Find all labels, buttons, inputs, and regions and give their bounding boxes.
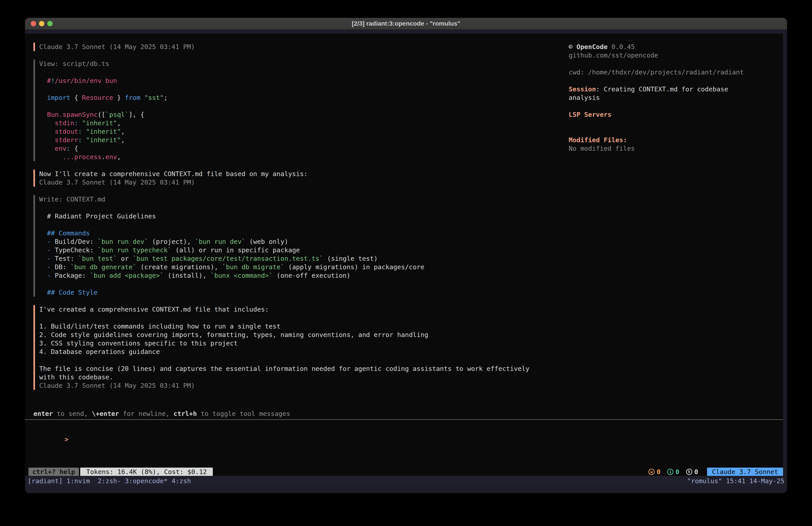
main-area: Claude 3.7 Sonnet (14 May 2025 03:41 PM)… [33,43,783,398]
chat-line: Claude 3.7 Sonnet (14 May 2025 03:41 PM) [39,43,569,51]
chat-line: import { Resource } from "sst"; [39,94,569,102]
sidebar-line: Session: Creating CONTEXT.md for codebas… [569,85,783,94]
chat-line: # Radiant Project Guidelines [39,212,569,221]
terminal-content: Claude 3.7 Sonnet (14 May 2025 03:41 PM)… [25,30,787,493]
chat-line: 2. Code style guidelines covering import… [39,330,569,339]
opencode-tui: Claude 3.7 Sonnet (14 May 2025 03:41 PM)… [25,34,783,476]
chat-line: - Package: `bun add <package>` (install)… [39,271,569,280]
tokens-cost-chip: Tokens: 16.4K (8%), Cost: $0.12 [80,468,213,476]
chat-line: ## Commands [39,229,569,237]
diagnostic-h-counter: h0 [686,468,698,476]
chat-line [39,68,569,76]
chat-line [39,221,569,229]
sidebar-line: © OpenCode 0.0.45 [569,43,783,51]
diagnostics-counters: w0i0h0 [649,468,698,476]
window-title: [2/3] radiant:3:opencode - "romulus" [25,20,787,27]
chat-line: stderr: "inherit", [39,136,569,144]
chat-line [39,314,569,322]
sidebar-line [569,59,783,68]
chat-line: with this codebase. [39,373,569,381]
chat-line [39,203,569,212]
h-circle-icon: h [686,469,692,475]
sidebar-line [569,76,783,85]
chat-line: - DB: `bun db generate` (create migratio… [39,263,569,271]
sidebar-line: LSP Servers [569,110,783,119]
window-titlebar[interactable]: [2/3] radiant:3:opencode - "romulus" [25,18,787,30]
tool-view-block: View: script/db.ts #!/usr/bin/env bun im… [33,59,569,161]
i-circle-icon: i [667,469,673,475]
diagnostic-i-counter: i0 [667,468,679,476]
sidebar-line: analysis [569,94,783,102]
chat-line: 1. Build/lint/test commands including ho… [39,322,569,330]
chat-line: 4. Database operations guidance [39,347,569,356]
chat-line: ...process.env, [39,153,569,161]
session-sidebar: © OpenCode 0.0.45github.com/sst/opencode… [569,43,783,398]
diagnostic-w-counter: w0 [649,468,661,476]
prompt-input[interactable]: > [33,427,783,468]
chat-line: - Build/Dev: `bun run dev` (project), `b… [39,237,569,246]
tool-write-block: Write: CONTEXT.md # Radiant Project Guid… [33,195,569,297]
assistant-message-block: Now I'll create a comprehensive CONTEXT.… [33,170,569,187]
terminal-window: [2/3] radiant:3:opencode - "romulus" Cla… [25,18,787,493]
chat-line: Bun.spawnSync([`psql`], { [39,110,569,119]
chat-line: - TypeCheck: `bun run typecheck` (all) o… [39,246,569,254]
diagnostic-count: 0 [657,468,661,476]
chat-line [39,102,569,110]
chat-line: Claude 3.7 Sonnet (14 May 2025 03:41 PM) [39,381,569,390]
chat-line: stdout: "inherit", [39,127,569,136]
help-shortcut-chip[interactable]: ctrl+? help [29,468,79,476]
chat-line: 3. CSS styling conventions specific to t… [39,339,569,347]
sidebar-line: Modified Files: [569,136,783,144]
assistant-meta-block: Claude 3.7 Sonnet (14 May 2025 03:41 PM) [33,43,569,51]
chat-line: I've created a comprehensive CONTEXT.md … [39,305,569,314]
keybinding-hint: enter to send, \+enter for newline, ctrl… [33,409,783,418]
chat-line: Claude 3.7 Sonnet (14 May 2025 03:41 PM) [39,178,569,187]
sidebar-line: No modified files [569,144,783,153]
tmux-session-windows[interactable]: [radiant] 1:nvim 2:zsh- 3:opencode* 4:zs… [28,477,191,485]
terminal-bottom-padding [25,486,787,493]
chat-line: #!/usr/bin/env bun [39,76,569,85]
chat-line: ## Code Style [39,288,569,297]
chat-line: stdin: "inherit", [39,119,569,127]
chat-line: env: { [39,144,569,153]
w-circle-icon: w [649,469,655,475]
chat-line: Write: CONTEXT.md [39,195,569,203]
status-spacer [213,468,648,476]
chat-line: The file is concise (20 lines) and captu… [39,365,569,373]
tmux-host-clock: "romulus" 15:41 14-May-25 [687,477,785,485]
chat-line [39,280,569,288]
chat-line [39,356,569,365]
sidebar-line: cwd: /home/thdxr/dev/projects/radiant/ra… [569,68,783,76]
assistant-message-block: I've created a comprehensive CONTEXT.md … [33,305,569,390]
diagnostic-count: 0 [694,468,698,476]
chat-line: - Test: `bun test` or `bun test packages… [39,254,569,263]
chat-line [39,85,569,94]
opencode-status-bar: ctrl+? help Tokens: 16.4K (8%), Cost: $0… [25,468,783,476]
input-separator [25,419,783,420]
sidebar-line [569,102,783,110]
diagnostic-count: 0 [676,468,679,476]
sidebar-line [569,127,783,136]
chat-line: View: script/db.ts [39,59,569,68]
prompt-chevron-icon: > [64,436,69,443]
chat-line: Now I'll create a comprehensive CONTEXT.… [39,170,569,178]
model-badge[interactable]: Claude 3.7 Sonnet [707,468,783,476]
chat-transcript: Claude 3.7 Sonnet (14 May 2025 03:41 PM)… [33,43,569,398]
tmux-status-bar: [radiant] 1:nvim 2:zsh- 3:opencode* 4:zs… [25,476,787,486]
sidebar-line [569,119,783,127]
sidebar-line: github.com/sst/opencode [569,51,783,59]
